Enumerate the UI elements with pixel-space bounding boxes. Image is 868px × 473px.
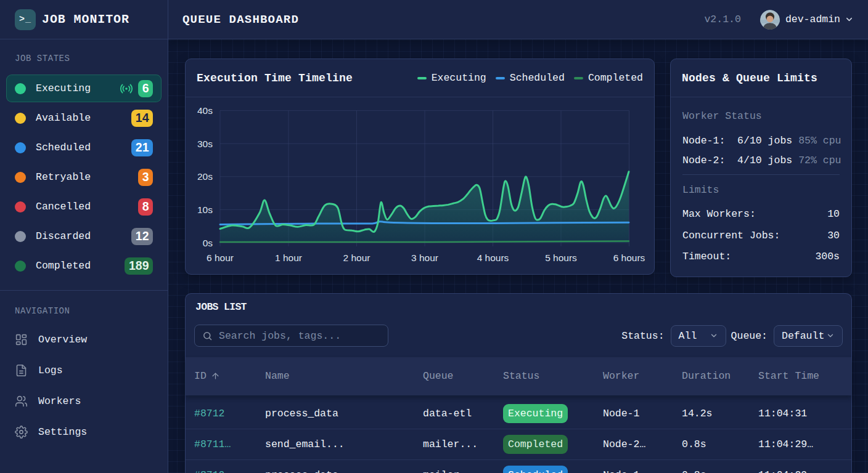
svg-text:6 hours: 6 hours: [613, 253, 645, 263]
svg-text:1 hour: 1 hour: [275, 253, 302, 263]
svg-text:40s: 40s: [197, 105, 213, 116]
svg-text:0s: 0s: [203, 238, 213, 248]
svg-text:3 hour: 3 hour: [411, 253, 438, 263]
svg-text:5 hours: 5 hours: [545, 253, 577, 263]
svg-text:10s: 10s: [197, 204, 213, 215]
svg-text:2 hour: 2 hour: [343, 253, 371, 263]
svg-text:4 hours: 4 hours: [477, 253, 509, 263]
svg-text:6 hour: 6 hour: [207, 253, 234, 263]
svg-text:20s: 20s: [197, 171, 213, 182]
svg-text:30s: 30s: [197, 139, 213, 149]
